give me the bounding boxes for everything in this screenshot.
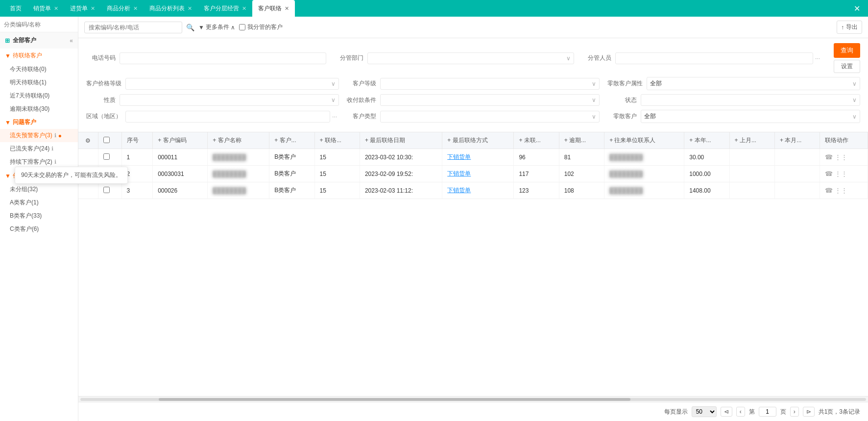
my-customers-checkbox-label[interactable]: 我分管的客户 bbox=[239, 23, 283, 31]
sidebar-group-problem[interactable]: ▼ 问题客户 bbox=[0, 116, 78, 129]
phone-input[interactable] bbox=[120, 52, 326, 64]
action-contact-icon-2[interactable]: ☎ bbox=[825, 187, 833, 194]
sidebar-item-week[interactable]: 近7天待联络(0) bbox=[0, 89, 78, 102]
row-actions-2[interactable]: ☎ ⋮⋮ bbox=[820, 182, 868, 199]
tab-sales-close[interactable]: ✕ bbox=[54, 5, 58, 12]
dept-select[interactable]: ∨ bbox=[367, 52, 574, 64]
row-contact-person-2: ████████ bbox=[604, 182, 684, 199]
collapse-icon[interactable]: « bbox=[70, 37, 73, 44]
setting-button[interactable]: 设置 bbox=[834, 60, 860, 73]
zero-attr-select[interactable]: 全部 ∨ bbox=[647, 77, 860, 90]
manager-input[interactable] bbox=[615, 52, 813, 64]
tab-home[interactable]: 首页 bbox=[4, 0, 27, 17]
tab-customer-link[interactable]: 客户联络 ✕ bbox=[252, 0, 295, 17]
row-year-amount-1: 1000.00 bbox=[684, 166, 729, 182]
row-last-method-0[interactable]: 下销货单 bbox=[442, 149, 514, 166]
region-ellipsis[interactable]: ··· bbox=[330, 113, 339, 120]
dept-chevron: ∨ bbox=[566, 55, 571, 62]
my-customers-checkbox[interactable] bbox=[239, 24, 245, 30]
question-icon-lost[interactable]: ℹ bbox=[51, 146, 53, 152]
sidebar-all-customers[interactable]: ⊞ 全部客户 « bbox=[0, 32, 78, 49]
next-page-button[interactable]: › bbox=[790, 407, 799, 417]
export-button[interactable]: ↑ 导出 bbox=[837, 21, 862, 34]
col-overdue[interactable]: + 逾期... bbox=[559, 132, 604, 149]
customer-type-select[interactable]: ∨ bbox=[380, 111, 600, 123]
tab-sales[interactable]: 销货单 ✕ bbox=[27, 0, 64, 17]
row-checkbox-2[interactable] bbox=[98, 182, 121, 199]
last-page-button[interactable]: ⊳ bbox=[803, 407, 815, 417]
col-last-month[interactable]: + 上月... bbox=[729, 132, 774, 149]
tab-analysis-list[interactable]: 商品分析列表 ✕ bbox=[144, 0, 198, 17]
row-actions-0[interactable]: ☎ ⋮⋮ bbox=[820, 149, 868, 166]
tab-purchase-close[interactable]: ✕ bbox=[91, 5, 95, 12]
col-settings[interactable]: ⚙ bbox=[78, 132, 98, 149]
tab-analysis-list-close[interactable]: ✕ bbox=[188, 5, 192, 12]
more-conditions-button[interactable]: ▼ 更多条件 ∧ bbox=[198, 23, 235, 31]
tab-customer-link-close[interactable]: ✕ bbox=[285, 5, 289, 12]
action-more-icon-2[interactable]: ⋮⋮ bbox=[835, 187, 847, 194]
query-button[interactable]: 查询 bbox=[834, 43, 860, 58]
tab-customer-segment-close[interactable]: ✕ bbox=[242, 5, 246, 12]
row-actions-1[interactable]: ☎ ⋮⋮ bbox=[820, 166, 868, 182]
sidebar-search-input[interactable] bbox=[4, 21, 77, 28]
col-last-date[interactable]: + 最后联络日期 bbox=[360, 132, 442, 149]
question-icon-warning[interactable]: ℹ bbox=[54, 132, 56, 139]
status-select[interactable]: ∨ bbox=[641, 94, 860, 106]
region-input[interactable] bbox=[125, 111, 330, 123]
row-last-method-2[interactable]: 下销货单 bbox=[442, 182, 514, 199]
col-this-month[interactable]: + 本月... bbox=[774, 132, 820, 149]
action-more-icon-0[interactable]: ⋮⋮ bbox=[835, 153, 847, 161]
sidebar-item-lost[interactable]: 已流失客户(24) ℹ bbox=[0, 142, 78, 155]
sidebar-group-pending[interactable]: ▼ 待联络客户 bbox=[0, 49, 78, 63]
action-contact-icon-1[interactable]: ☎ bbox=[825, 170, 833, 177]
col-year-amount[interactable]: + 本年... bbox=[684, 132, 729, 149]
tab-purchase[interactable]: 进货单 ✕ bbox=[64, 0, 101, 17]
tab-analysis-close[interactable]: ✕ bbox=[133, 5, 138, 12]
col-code[interactable]: + 客户编码 bbox=[153, 132, 208, 149]
col-checkbox[interactable] bbox=[98, 132, 121, 149]
col-last-method[interactable]: + 最后联络方式 bbox=[442, 132, 514, 149]
tab-analysis[interactable]: 商品分析 ✕ bbox=[101, 0, 144, 17]
sidebar-item-warning[interactable]: 流失预警客户(3) ℹ ● bbox=[0, 129, 78, 142]
row-checkbox-0[interactable] bbox=[98, 149, 121, 166]
col-contact-count[interactable]: + 联络... bbox=[314, 132, 360, 149]
tab-customer-segment[interactable]: 客户分层经营 ✕ bbox=[198, 0, 252, 17]
sidebar-item-typeC[interactable]: C类客户(6) bbox=[0, 223, 78, 236]
sidebar-item-typeA[interactable]: A类客户(1) bbox=[0, 196, 78, 209]
question-icon-declining[interactable]: ℹ bbox=[54, 159, 56, 165]
sidebar-item-ungrouped[interactable]: 未分组(32) bbox=[0, 183, 78, 196]
row-code-1: 00030031 bbox=[153, 166, 208, 182]
row-select-0[interactable] bbox=[103, 153, 110, 160]
select-all-checkbox[interactable] bbox=[103, 137, 110, 143]
row-last-method-1[interactable]: 下销货单 bbox=[442, 166, 514, 182]
gender-select[interactable]: ∨ bbox=[120, 94, 339, 106]
current-page-input[interactable] bbox=[759, 407, 776, 417]
col-contact-person[interactable]: + 往来单位联系人 bbox=[604, 132, 684, 149]
row-last-month-0 bbox=[729, 149, 774, 166]
sidebar-item-overdue[interactable]: 逾期未联络(30) bbox=[0, 102, 78, 116]
sidebar-item-typeB[interactable]: B类客户(33) bbox=[0, 209, 78, 223]
first-page-button[interactable]: ⊲ bbox=[721, 407, 732, 417]
action-more-icon-1[interactable]: ⋮⋮ bbox=[835, 170, 847, 177]
horizontal-scrollbar[interactable] bbox=[78, 396, 868, 402]
scrollbar-thumb[interactable] bbox=[159, 398, 630, 401]
chevron-up-icon: ∧ bbox=[231, 24, 235, 31]
zero-customer-select[interactable]: 全部 ∨ bbox=[641, 110, 860, 123]
payment-select[interactable]: ∨ bbox=[380, 94, 600, 106]
action-contact-icon-0[interactable]: ☎ bbox=[825, 153, 833, 161]
col-unlinked[interactable]: + 未联... bbox=[514, 132, 559, 149]
col-name[interactable]: + 客户名称 bbox=[208, 132, 269, 149]
main-search-input[interactable] bbox=[84, 22, 182, 33]
main-search-icon[interactable]: 🔍 bbox=[186, 24, 194, 31]
price-level-select[interactable]: ∨ bbox=[125, 78, 339, 90]
window-close-button[interactable]: ✕ bbox=[850, 4, 864, 13]
sidebar-item-tomorrow[interactable]: 明天待联络(1) bbox=[0, 76, 78, 89]
manager-ellipsis[interactable]: ··· bbox=[813, 55, 822, 62]
row-select-2[interactable] bbox=[103, 187, 110, 193]
prev-page-button[interactable]: ‹ bbox=[736, 407, 745, 417]
sidebar-item-today[interactable]: 今天待联络(0) bbox=[0, 63, 78, 76]
row-contact-0: 15 bbox=[314, 149, 360, 166]
level-select[interactable]: ∨ bbox=[380, 78, 600, 90]
page-size-select[interactable]: 50 20 100 bbox=[692, 406, 717, 417]
col-type[interactable]: + 客户... bbox=[269, 132, 314, 149]
